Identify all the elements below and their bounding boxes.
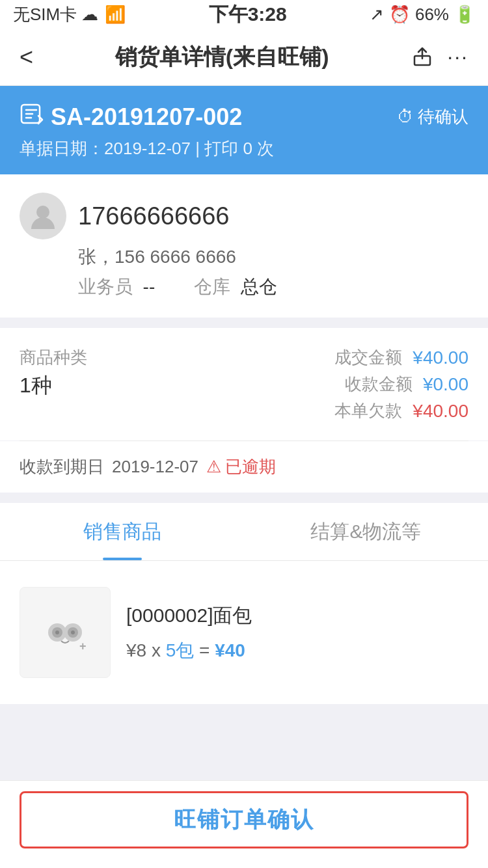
export-button[interactable] [411, 46, 434, 69]
overdue-icon: ⚠ [206, 457, 221, 477]
status-time: 下午3:28 [209, 1, 287, 28]
summary-right: 成交金额 ¥40.00 收款金额 ¥0.00 本单欠款 ¥40.00 [334, 346, 468, 422]
table-row: + [0000002]面包 ¥8 x 5包 = ¥40 [20, 574, 468, 691]
product-image: + [20, 587, 111, 678]
overdue-badge: ⚠ 已逾期 [206, 455, 276, 478]
wifi-icon: 📶 [105, 5, 126, 25]
status-text: 待确认 [418, 105, 468, 128]
owing-amount-label: 本单欠款 [334, 400, 402, 422]
deal-amount-label: 成交金额 [334, 346, 402, 369]
customer-avatar [20, 193, 66, 239]
price-equals: = [199, 640, 215, 660]
tab-settlement-logistics[interactable]: 结算&物流等 [244, 503, 488, 560]
customer-contact: 张，156 6666 6666 [20, 245, 468, 269]
total-price: ¥40 [215, 640, 245, 660]
product-types-value: 1种 [20, 372, 87, 400]
page-title: 销货单详情(来自旺铺) [115, 42, 329, 72]
salesperson-label: 业务员 -- [78, 275, 155, 299]
more-button[interactable]: ··· [447, 45, 468, 69]
status-bar: 无SIM卡 ☁ 📶 下午3:28 ↗ ⏰ 66% 🔋 [0, 0, 488, 29]
svg-point-2 [36, 206, 49, 219]
product-name: [0000002]面包 [126, 603, 468, 629]
receipt-amount-label: 收款金额 [345, 373, 413, 396]
order-icon [20, 103, 44, 131]
product-info: [0000002]面包 ¥8 x 5包 = ¥40 [126, 603, 468, 663]
divider-1 [0, 318, 488, 328]
tab-sales-products[interactable]: 销售商品 [0, 503, 244, 560]
bottom-bar: 旺铺订单确认 [0, 780, 488, 868]
warehouse-label: 仓库 总仓 [194, 275, 277, 299]
customer-meta: 业务员 -- 仓库 总仓 [20, 275, 468, 299]
status-left: 无SIM卡 ☁ 📶 [13, 3, 126, 26]
receipt-amount-value: ¥0.00 [423, 374, 468, 395]
clock-icon: ⏱ [397, 107, 414, 127]
svg-text:+: + [79, 640, 87, 653]
customer-phone: 17666666666 [78, 202, 229, 230]
due-date-label: 收款到期日 [20, 455, 104, 478]
alarm-icon: ⏰ [389, 5, 410, 25]
nav-bar: < 销货单详情(来自旺铺) ··· [0, 29, 488, 86]
qty: 5包 [166, 640, 195, 660]
nav-actions: ··· [411, 45, 468, 69]
due-date-value: 2019-12-07 [112, 457, 198, 477]
divider-2 [0, 493, 488, 503]
location-icon: ↗ [370, 5, 384, 25]
order-header: SA-20191207-002 ⏱ 待确认 单据日期：2019-12-07 | … [0, 86, 488, 174]
content-spacer [0, 704, 488, 782]
confirm-order-button[interactable]: 旺铺订单确认 [20, 791, 468, 848]
order-id: SA-20191207-002 [20, 103, 242, 131]
product-list: + [0000002]面包 ¥8 x 5包 = ¥40 [0, 561, 488, 704]
back-button[interactable]: < [20, 44, 33, 71]
product-types-label: 商品种类 [20, 346, 87, 369]
svg-point-8 [71, 631, 75, 634]
tab-underline [103, 558, 142, 560]
product-price: ¥8 x 5包 = ¥40 [126, 638, 468, 663]
deal-amount-value: ¥40.00 [413, 347, 468, 368]
battery-level: 66% [415, 5, 449, 25]
status-right: ↗ ⏰ 66% 🔋 [370, 5, 475, 25]
summary-card: 商品种类 1种 成交金额 ¥40.00 收款金额 ¥0.00 本单欠款 ¥40.… [0, 328, 488, 441]
svg-point-7 [55, 631, 59, 634]
summary-left: 商品种类 1种 [20, 346, 87, 400]
customer-card: 17666666666 张，156 6666 6666 业务员 -- 仓库 总仓 [0, 174, 488, 318]
due-date-row: 收款到期日 2019-12-07 ⚠ 已逾期 [0, 441, 488, 493]
order-meta: 单据日期：2019-12-07 | 打印 0 次 [20, 137, 468, 160]
battery-icon: 🔋 [454, 5, 475, 25]
overdue-text: 已逾期 [225, 455, 276, 478]
order-number: SA-20191207-002 [51, 103, 242, 131]
no-sim-label: 无SIM卡 ☁ [13, 3, 98, 26]
owing-amount-value: ¥40.00 [413, 401, 468, 422]
tabs-container: 销售商品 结算&物流等 [0, 503, 488, 561]
order-status: ⏱ 待确认 [397, 105, 468, 128]
unit-price: ¥8 [126, 640, 146, 660]
price-separator: x [152, 640, 166, 660]
